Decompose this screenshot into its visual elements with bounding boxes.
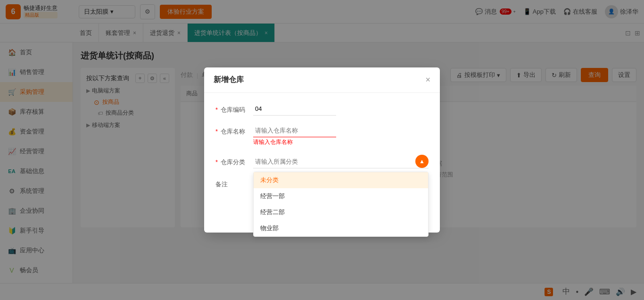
warehouse-code-row: * 仓库编码 [215, 102, 429, 116]
dropdown-toggle-button[interactable]: ▲ [415, 155, 429, 168]
modal-close-button[interactable]: × [425, 75, 430, 85]
warehouse-name-wrap: 请输入仓库名称 [253, 124, 429, 146]
modal-overlay: 新增仓库 × * 仓库编码 * 仓库名称 [0, 0, 644, 300]
warehouse-name-error: 请输入仓库名称 [253, 138, 429, 146]
chevron-up-icon: ▲ [419, 158, 425, 165]
warehouse-category-input[interactable] [253, 155, 415, 168]
required-marker-3: * [215, 158, 218, 166]
category-option-dept1[interactable]: 经营一部 [254, 188, 428, 204]
warehouse-category-wrap: ▲ 未分类 经营一部 经营二部 物业部 [253, 155, 429, 168]
category-option-none[interactable]: 未分类 [254, 172, 428, 188]
add-warehouse-modal: 新增仓库 × * 仓库编码 * 仓库名称 [204, 67, 440, 233]
warehouse-name-input[interactable] [253, 124, 336, 137]
modal-title: 新增仓库 [214, 75, 244, 85]
warehouse-category-label: * 仓库分类 [215, 155, 253, 167]
warehouse-code-wrap [253, 102, 429, 116]
category-option-dept2[interactable]: 经营二部 [254, 204, 428, 220]
modal-body: * 仓库编码 * 仓库名称 请输入仓库名称 [204, 93, 440, 203]
warehouse-category-row: * 仓库分类 ▲ 未分类 经营一部 经营二部 物业部 [215, 155, 429, 168]
required-marker-2: * [215, 128, 218, 135]
required-marker: * [215, 106, 218, 113]
warehouse-note-label: 备注 [215, 177, 253, 189]
modal-header: 新增仓库 × [204, 67, 440, 93]
category-option-property[interactable]: 物业部 [254, 220, 428, 236]
category-dropdown-list: 未分类 经营一部 经营二部 物业部 [253, 172, 429, 237]
warehouse-name-label: * 仓库名称 [215, 124, 253, 136]
dropdown-input-row: ▲ [253, 155, 429, 168]
warehouse-name-row: * 仓库名称 请输入仓库名称 [215, 124, 429, 146]
warehouse-code-label: * 仓库编码 [215, 102, 253, 114]
warehouse-code-input[interactable] [253, 102, 336, 116]
